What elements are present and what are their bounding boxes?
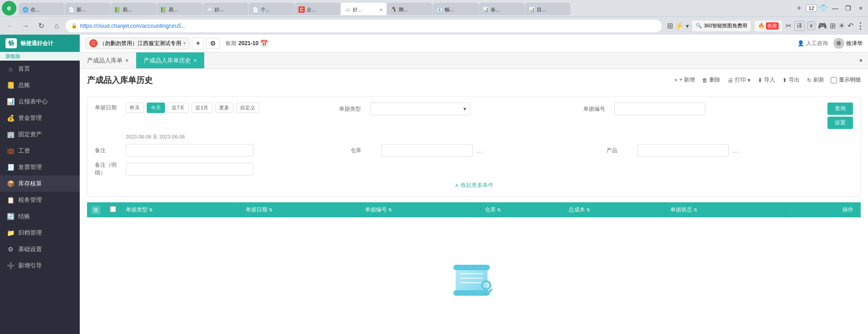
- browser-tab-5[interactable]: ☁️ 好...: [203, 3, 248, 15]
- dropdown-icon[interactable]: ▾: [686, 22, 689, 30]
- filter-settings-button[interactable]: 设置: [827, 117, 853, 129]
- browser-tab-3[interactable]: 📗 易...: [111, 3, 156, 15]
- browser-tab-4[interactable]: 📗 易...: [157, 3, 202, 15]
- account-settings-button[interactable]: ⚙: [206, 38, 220, 49]
- browser-tab-12[interactable]: 📊 目...: [525, 3, 570, 15]
- export-button[interactable]: ⬆ 导出: [781, 74, 801, 86]
- sidebar-item-newbill[interactable]: ➕ 新增引导: [0, 257, 80, 274]
- page-tabs: 产成品入库单 × 产成品入库单历史 × ×: [80, 52, 868, 69]
- browser-tab-7[interactable]: C 企...: [295, 3, 340, 15]
- content-topbar: 江 （勿删勿禁用）江西服宝测试专用 ▾ + ⚙ 账期 2021-10 📅 👤 人…: [80, 35, 868, 52]
- warehouse-filter-dots[interactable]: ...: [476, 146, 482, 154]
- date-7days[interactable]: 近7天: [168, 103, 189, 113]
- refresh-button[interactable]: ↻ 刷新: [806, 74, 825, 86]
- refresh-browser-button[interactable]: ↻: [35, 20, 47, 32]
- minimize-button[interactable]: —: [830, 3, 841, 14]
- sidebar-item-payroll[interactable]: 💼 工资: [0, 143, 80, 159]
- sidebar-item-assets[interactable]: 🏢 固定资产: [0, 126, 80, 143]
- sun-icon[interactable]: ☀: [838, 21, 845, 30]
- sidebar-item-inventory[interactable]: 📦 库存核算: [0, 175, 80, 192]
- table-settings-icon[interactable]: ⚙: [92, 206, 100, 214]
- grid-icon[interactable]: ⊞: [830, 21, 836, 30]
- sidebar-label-archive: 归档管理: [18, 229, 42, 237]
- tab-history[interactable]: 产成品入库单历史 ×: [136, 52, 205, 68]
- tab-close-all[interactable]: ×: [859, 57, 868, 64]
- date-today[interactable]: 今天: [147, 103, 165, 113]
- col-total-cost[interactable]: 总成本⇅: [564, 202, 665, 217]
- lightning-icon[interactable]: ⚡: [675, 21, 684, 30]
- sidebar-item-invoice[interactable]: 🧾 发票管理: [0, 159, 80, 175]
- scissor-icon[interactable]: ✂: [786, 21, 791, 30]
- product-filter-dots[interactable]: ...: [732, 146, 738, 154]
- col-date[interactable]: 单据日期⇅: [241, 202, 360, 217]
- add-account-button[interactable]: +: [192, 37, 204, 49]
- import-icon: ⬇: [758, 77, 762, 83]
- game-icon[interactable]: 🎮: [818, 21, 827, 30]
- note-detail-filter-input[interactable]: [126, 163, 253, 175]
- date-custom[interactable]: 自定义: [236, 103, 259, 113]
- calendar-icon[interactable]: 📅: [260, 40, 268, 47]
- col-type[interactable]: 单据类型⇅: [121, 202, 241, 217]
- browser-tab-8[interactable]: ☁️ 好... ×: [341, 3, 386, 15]
- col-number[interactable]: 单据编号⇅: [360, 202, 480, 217]
- import-button[interactable]: ⬇ 导入: [757, 74, 776, 86]
- sidebar-item-home[interactable]: ⌂ 首页: [0, 61, 80, 77]
- browser-tab-2[interactable]: 📄 新...: [65, 3, 110, 15]
- date-more[interactable]: 更多: [215, 103, 233, 113]
- sidebar-item-archive[interactable]: 📁 归档管理: [0, 225, 80, 241]
- account-selector[interactable]: 江 （勿删勿禁用）江西服宝测试专用 ▾: [85, 37, 190, 49]
- newbill-icon: ➕: [6, 262, 15, 270]
- show-detail-option[interactable]: 显示明细: [831, 76, 861, 84]
- date-1month[interactable]: 近1月: [191, 103, 212, 113]
- collapse-filter-button[interactable]: ∧ 收起更多条件: [95, 180, 853, 191]
- tab-label-6: 个...: [261, 6, 291, 13]
- warehouse-filter-input[interactable]: [381, 144, 473, 157]
- browser-tab-9[interactable]: 🐧 腾...: [387, 3, 432, 15]
- date-yesterday[interactable]: 昨天: [126, 103, 144, 113]
- col-checkbox[interactable]: [105, 202, 121, 217]
- sidebar-item-tax[interactable]: 📋 税务管理: [0, 192, 80, 208]
- hot-search-btn[interactable]: 🔥 热搜: [754, 20, 783, 32]
- browser-tab-1[interactable]: 🌐 在...: [19, 3, 64, 15]
- search-btn[interactable]: 🔍 360智能抠图免费用: [692, 20, 751, 32]
- yuan-icon[interactable]: ¥: [807, 21, 815, 30]
- back-button[interactable]: ←: [4, 20, 16, 32]
- col-settings[interactable]: ⚙: [87, 202, 105, 217]
- translate-icon[interactable]: 译: [794, 21, 805, 31]
- forward-button[interactable]: →: [19, 20, 32, 32]
- tab-label-9: 腾...: [399, 6, 429, 13]
- restore-button[interactable]: ❐: [842, 3, 853, 14]
- note-filter-input[interactable]: [126, 144, 253, 157]
- type-filter-select[interactable]: ▾: [370, 103, 470, 115]
- close-button[interactable]: ×: [855, 3, 866, 14]
- browser-tab-6[interactable]: 📄 个...: [249, 3, 294, 15]
- undo-icon[interactable]: ↶: [847, 21, 853, 30]
- tab-close-8[interactable]: ×: [380, 7, 383, 12]
- sidebar-item-report[interactable]: 📊 云报表中心: [0, 93, 80, 110]
- sidebar-item-settings[interactable]: ⚙ 基础设置: [0, 241, 80, 257]
- browser-tab-10[interactable]: 📧 畅...: [433, 3, 478, 15]
- sidebar-item-funds[interactable]: 💰 资金管理: [0, 110, 80, 126]
- home-button[interactable]: ⌂: [50, 20, 63, 32]
- delete-button[interactable]: 🗑 删除: [701, 74, 721, 86]
- col-status[interactable]: 单据状态⇅: [666, 202, 786, 217]
- add-button[interactable]: + + 新增: [673, 74, 696, 86]
- sidebar-item-checkout[interactable]: 🔄 结账: [0, 208, 80, 225]
- query-button[interactable]: 查询: [827, 103, 853, 115]
- address-bar-input[interactable]: 🔒 https://cloud.chanjet.com/accounting/u…: [66, 20, 662, 32]
- tab-list-close[interactable]: ×: [125, 57, 128, 64]
- number-filter-input[interactable]: [614, 103, 705, 115]
- more-icon[interactable]: ⋮: [856, 21, 864, 31]
- product-filter-input[interactable]: [637, 144, 729, 157]
- tab-list[interactable]: 产成品入库单 ×: [80, 52, 136, 68]
- show-detail-checkbox[interactable]: [831, 77, 837, 83]
- ai-consult-link[interactable]: 👤 人工咨询: [797, 40, 828, 47]
- tab-history-close[interactable]: ×: [194, 57, 197, 64]
- browser-tab-11[interactable]: 📊 各...: [479, 3, 524, 15]
- print-button[interactable]: 🖨 打印 ▾: [727, 74, 751, 86]
- new-tab-button[interactable]: +: [793, 2, 806, 15]
- user-profile[interactable]: 徐 徐泽华: [833, 38, 863, 49]
- sidebar-item-ledger[interactable]: 📒 总账: [0, 77, 80, 93]
- select-all-checkbox[interactable]: [110, 206, 116, 212]
- col-warehouse[interactable]: 仓库⇅: [480, 202, 564, 217]
